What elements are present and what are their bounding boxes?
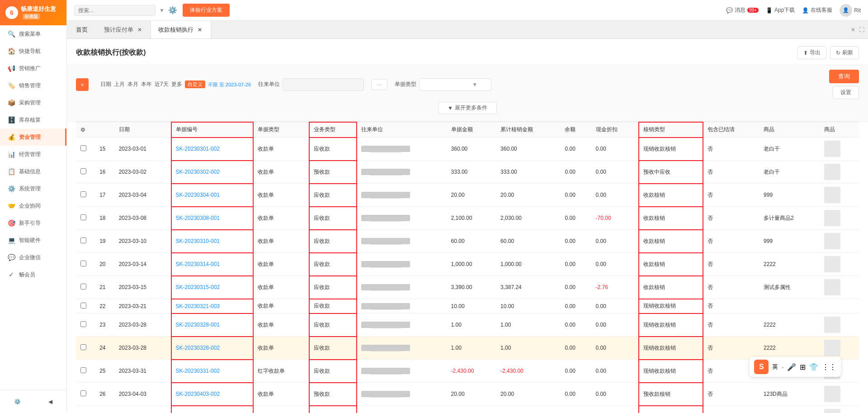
tab-home[interactable]: 首页 [67, 21, 97, 38]
row-checkbox[interactable] [80, 303, 86, 309]
shirt-icon[interactable]: 👕 [809, 363, 818, 371]
cell-checkbox[interactable] [76, 253, 91, 276]
marketing-icon: 📢 [7, 64, 15, 72]
search-input[interactable] [74, 5, 156, 16]
doc-no-link[interactable]: SK-20230308-001 [176, 215, 220, 221]
cell-checkbox[interactable] [76, 360, 91, 383]
row-checkbox[interactable] [80, 145, 86, 151]
sidebar-collapse-btn[interactable]: ◀ [41, 395, 60, 408]
doc-no-link[interactable]: SK-20230310-001 [176, 238, 220, 244]
cell-amount: -2,430.00 [447, 360, 496, 383]
doc-no-link[interactable]: SK-20230328-002 [176, 345, 220, 351]
doc-no-link[interactable]: SK-20230403-002 [176, 391, 220, 397]
collapse-button[interactable]: » [76, 78, 89, 91]
row-checkbox[interactable] [80, 390, 86, 396]
filter-settings-button[interactable]: 设置 [833, 86, 859, 99]
doc-no-link[interactable]: SK-20230304-001 [176, 192, 220, 198]
watermark-s-icon: S [754, 360, 769, 374]
app-download-action[interactable]: 📱 App下载 [766, 6, 795, 14]
dropdown-arrow-icon[interactable]: ▼ [159, 7, 165, 14]
sidebar-item-quick-nav[interactable]: 🏠 快捷导航 [0, 43, 66, 60]
cell-checkbox[interactable] [76, 383, 91, 406]
apps-icon[interactable]: ⋮⋮ [822, 363, 836, 371]
row-checkbox[interactable] [80, 321, 86, 327]
tab-close-collection-exec[interactable]: ✕ [196, 26, 203, 33]
row-checkbox[interactable] [80, 367, 86, 373]
row-checkbox[interactable] [80, 237, 86, 243]
row-checkbox[interactable] [80, 191, 86, 197]
sidebar-item-system[interactable]: ⚙️ 系统管理 [0, 180, 66, 197]
message-action[interactable]: 💬 消息 99+ [726, 6, 759, 14]
sidebar-item-wechat[interactable]: 💬 企业微信 [0, 249, 66, 266]
date-more[interactable]: 更多 [171, 81, 182, 88]
row-checkbox[interactable] [80, 168, 86, 174]
sidebar-item-finance[interactable]: 💰 资金管理 [0, 128, 66, 146]
row-checkbox[interactable] [80, 261, 86, 266]
cell-checkbox[interactable] [76, 184, 91, 207]
cell-checkbox[interactable] [76, 299, 91, 313]
tab-close-pending-pay[interactable]: ✕ [136, 26, 143, 33]
row-checkbox[interactable] [80, 344, 86, 350]
mic-icon[interactable]: 🎤 [787, 363, 796, 371]
tab-bar: 首页 预计应付单 ✕ 收款核销执行 ✕ ✕ ⛶ [67, 21, 868, 39]
sidebar-item-purchase[interactable]: 📦 采购管理 [0, 94, 66, 111]
doc-no-link[interactable]: SK-20230315-002 [176, 284, 220, 290]
tab-pending-pay[interactable]: 预计应付单 ✕ [97, 21, 151, 38]
tab-collection-exec[interactable]: 收款核销执行 ✕ [151, 21, 211, 38]
row-checkbox[interactable] [80, 284, 86, 290]
sidebar-item-operation[interactable]: 📊 经营管理 [0, 146, 66, 163]
cell-checkbox[interactable] [76, 161, 91, 184]
cell-biz-type: 应收款 [309, 406, 357, 413]
sidebar-item-guide[interactable]: 🎯 新手引导 [0, 214, 66, 232]
cell-checkbox[interactable] [76, 313, 91, 337]
settings-gear-icon[interactable]: ⚙️ [168, 6, 177, 14]
date-this-year[interactable]: 本年 [141, 81, 152, 88]
th-settings[interactable]: ⚙ [76, 122, 91, 138]
date-custom[interactable]: 自定义 [185, 81, 205, 88]
receipt-type-select[interactable]: ▼ [419, 78, 491, 91]
expand-more-button[interactable]: ▼ 展开更多条件 [438, 102, 497, 114]
doc-no-link[interactable]: SK-20230301-002 [176, 146, 220, 152]
sidebar-item-sales[interactable]: 🏷️ 销售管理 [0, 77, 66, 94]
more-filters-btn[interactable]: ··· [371, 79, 387, 90]
export-button[interactable]: ⬆ 导出 [797, 46, 826, 59]
cell-checkbox[interactable] [76, 138, 91, 161]
cell-writeoff-type: 现销收款核销 [639, 337, 703, 360]
doc-no-link[interactable]: SK-20230302-002 [176, 169, 220, 175]
grid-icon[interactable]: ⊞ [800, 363, 806, 371]
sidebar-item-inventory[interactable]: 🗄️ 库存核算 [0, 111, 66, 128]
sidebar-settings-btn[interactable]: ⚙️ [7, 395, 28, 408]
cell-checkbox[interactable] [76, 276, 91, 299]
online-service-action[interactable]: 👤 在线客服 [802, 6, 832, 14]
cell-cash-discount: 0.00 [591, 337, 639, 360]
date-last-7days[interactable]: 近7天 [155, 81, 169, 88]
doc-no-link[interactable]: SK-20230331-002 [176, 368, 220, 374]
partner-input[interactable] [283, 78, 364, 91]
sidebar-item-member[interactable]: ✓ 畅会员 [0, 266, 66, 283]
sidebar-item-basic[interactable]: 📋 基础信息 [0, 163, 66, 180]
sidebar-item-marketing[interactable]: 📢 营销推广 [0, 60, 66, 77]
query-button[interactable]: 查询 [829, 70, 859, 83]
sidebar: 6 畅康道好生意 标推版 🔍 搜索菜单 🏠 快捷导航 📢 营销推广 🏷️ 销售管… [0, 0, 67, 413]
sidebar-item-enterprise[interactable]: 🤝 企业协同 [0, 197, 66, 214]
sidebar-item-hardware[interactable]: 💻 智能硬件 [0, 232, 66, 249]
user-profile[interactable]: 👤 Rit [840, 4, 861, 17]
cell-checkbox[interactable] [76, 406, 91, 413]
doc-no-link[interactable]: SK-20230321-003 [176, 303, 220, 309]
tab-close-all-icon[interactable]: ✕ [851, 27, 855, 33]
refresh-button[interactable]: ↻ 刷新 [830, 46, 859, 59]
solution-button[interactable]: 体验行业方案 [183, 4, 230, 17]
cell-checkbox[interactable] [76, 230, 91, 253]
cell-writeoff-type: 现销收款核销 [639, 406, 703, 413]
cell-doc-type: 收款单 [253, 337, 309, 360]
sidebar-item-search[interactable]: 🔍 搜索菜单 [0, 25, 66, 43]
tab-fullscreen-icon[interactable]: ⛶ [859, 27, 864, 33]
doc-no-link[interactable]: SK-20230328-001 [176, 322, 220, 328]
cell-checkbox[interactable] [76, 207, 91, 230]
date-last-month[interactable]: 上月 [114, 81, 125, 88]
cell-index: 26 [91, 383, 114, 406]
doc-no-link[interactable]: SK-20230314-001 [176, 261, 220, 267]
row-checkbox[interactable] [80, 214, 86, 220]
date-this-month[interactable]: 本月 [127, 81, 138, 88]
cell-checkbox[interactable] [76, 337, 91, 360]
